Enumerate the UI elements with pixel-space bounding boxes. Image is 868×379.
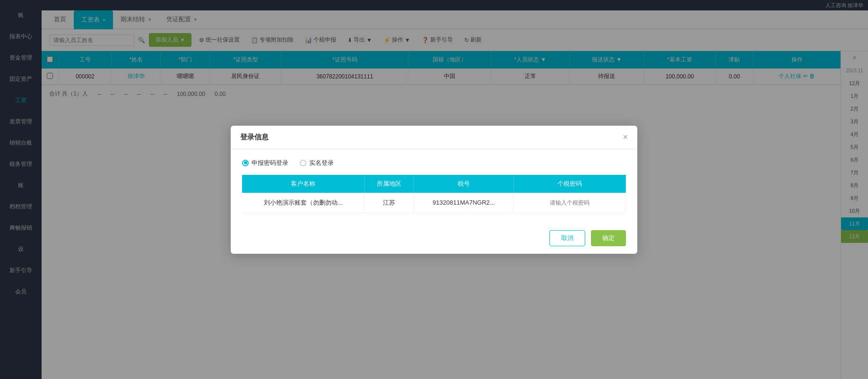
dialog-footer: 取消 确定 [231, 223, 637, 254]
dialog-overlay: 登录信息 × 申报密码登录 实名登录 [0, 0, 868, 379]
radio-option-password[interactable]: 申报密码登录 [242, 159, 288, 167]
radio-realname-label: 实名登录 [309, 159, 334, 167]
password-input[interactable] [520, 199, 620, 206]
dialog-th-name: 客户名称 [242, 175, 365, 193]
dialog-th-taxno: 税号 [414, 175, 514, 193]
dialog-table: 客户名称 所属地区 税号 个税密码 刘小艳演示账套（勿删勿动... 江苏 913… [242, 175, 626, 213]
cancel-button[interactable]: 取消 [549, 230, 585, 246]
radio-realname-circle [300, 160, 306, 166]
dialog-title: 登录信息 [240, 133, 269, 142]
dialog-header: 登录信息 × [231, 126, 637, 149]
dialog-body: 申报密码登录 实名登录 客户名称 所属地区 税号 个税密码 [231, 149, 637, 223]
app-container: 账 报表中心 资金管理 固定资产 工资 发票管理 销销台账 税务管理 账 档档管… [0, 0, 868, 379]
dialog-close-btn[interactable]: × [623, 132, 628, 142]
radio-password-label: 申报密码登录 [252, 159, 288, 167]
dialog-row-region: 江苏 [365, 193, 414, 213]
dialog-table-header: 客户名称 所属地区 税号 个税密码 [242, 175, 626, 193]
radio-group: 申报密码登录 实名登录 [242, 159, 626, 167]
radio-password-circle [242, 160, 249, 166]
dialog-th-region: 所属地区 [365, 175, 414, 193]
dialog-table-row: 刘小艳演示账套（勿删勿动... 江苏 91320811MA7NGR2... [242, 193, 626, 213]
dialog-row-taxno: 91320811MA7NGR2... [414, 193, 514, 213]
dialog-row-name: 刘小艳演示账套（勿删勿动... [242, 193, 365, 213]
confirm-button[interactable]: 确定 [591, 230, 626, 246]
radio-option-realname[interactable]: 实名登录 [300, 159, 334, 167]
dialog-row-password[interactable] [514, 193, 626, 213]
dialog-th-password: 个税密码 [514, 175, 626, 193]
login-dialog: 登录信息 × 申报密码登录 实名登录 [231, 126, 637, 254]
